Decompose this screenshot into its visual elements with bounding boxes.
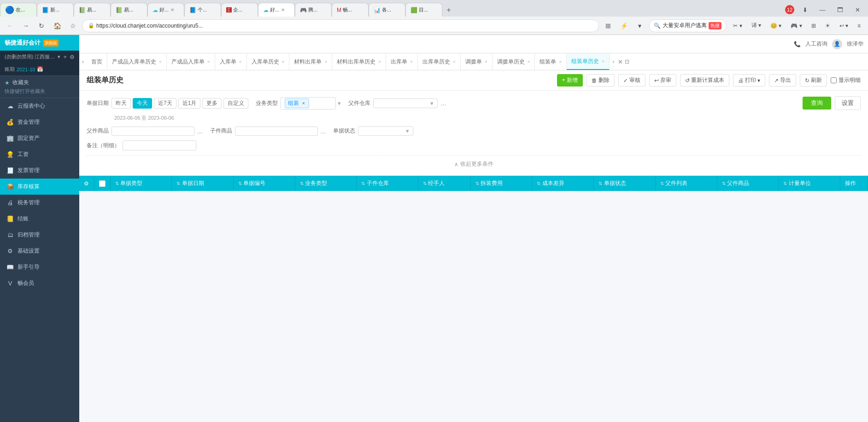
tab-transfer-history[interactable]: 调拨单历史 × (493, 53, 535, 70)
reload-button[interactable]: ↻ (35, 19, 48, 32)
tab-close-icon[interactable]: ✕ (170, 7, 174, 12)
forward-button[interactable]: → (19, 19, 32, 32)
grid-button[interactable]: ⊞ (808, 19, 820, 32)
biztype-input[interactable]: 组装 × (281, 97, 336, 110)
th-bill-type[interactable]: ⇅ 单据类型 (110, 176, 172, 191)
parent-goods-input[interactable] (111, 127, 194, 136)
parent-warehouse-input[interactable]: ▾ (373, 98, 438, 108)
browser-tab-11[interactable]: 🟩 目... (405, 3, 442, 17)
home-button[interactable]: 🏠 (51, 19, 64, 32)
sidebar-item-reports[interactable]: ☁ 云报表中心 (0, 98, 79, 114)
bill-status-select[interactable]: ▾ (358, 126, 413, 136)
browser-tab-6[interactable]: 🅲 企... (221, 3, 258, 17)
tab-inbound[interactable]: 入库单 × (215, 53, 247, 70)
undo-button[interactable]: ↩ ▾ (836, 19, 852, 32)
last7-button[interactable]: 近7天 (154, 98, 176, 109)
tabs-prev-arrow[interactable]: ‹ (79, 58, 87, 65)
refresh-button[interactable]: ↻ 刷新 (800, 74, 827, 87)
browser-tab-2[interactable]: 📗 易... (74, 3, 111, 17)
period-value[interactable]: 2021-10 (17, 67, 35, 72)
tab-close-material-out-history[interactable]: × (378, 59, 381, 64)
th-child-warehouse[interactable]: ⇅ 子件仓库 (357, 176, 418, 191)
sidebar-item-funds[interactable]: 💰 资金管理 (0, 114, 79, 130)
browser-tab-7-active[interactable]: ☁ 好... ✕ (258, 3, 295, 17)
column-settings-icon[interactable]: ⚙ (84, 180, 89, 187)
tabs-close-all[interactable]: ✕ (618, 58, 623, 65)
show-detail-checkbox-label[interactable]: 显示明细 (831, 76, 861, 84)
collapse-button[interactable]: ∧ 收起更多条件 (452, 158, 495, 170)
filter-settings-button[interactable]: 设置 (835, 96, 861, 110)
tabs-next-arrow[interactable]: › (610, 58, 617, 65)
browser-tab-10[interactable]: 📊 各... (369, 3, 405, 17)
company-dropdown-icon[interactable]: ▾ (58, 54, 60, 60)
tab-close-inbound-history[interactable]: × (282, 59, 285, 64)
sidebar-item-archive[interactable]: 🗂 归档管理 (0, 227, 79, 243)
query-button[interactable]: 查询 (803, 97, 831, 110)
tab-produce-in-history[interactable]: 产成品入库单历史 × (107, 53, 167, 70)
browser-tab-chanjet[interactable]: 🔵 在... (0, 3, 37, 17)
print-button[interactable]: 🖨 打印 ▾ (733, 74, 765, 87)
sidebar-item-invoice[interactable]: 🧾 发票管理 (0, 162, 79, 179)
custom-date-button[interactable]: 自定义 (223, 98, 248, 109)
translate-button[interactable]: 译 ▾ (748, 19, 765, 32)
table-settings-col[interactable]: ⚙ (79, 176, 94, 191)
tab-close-inbound[interactable]: × (239, 59, 242, 64)
audit-button[interactable]: ✓ 审核 (618, 74, 645, 87)
th-cost-diff[interactable]: ⇅ 成本差异 (532, 176, 594, 191)
th-disassemble-fee[interactable]: ⇅ 拆装费用 (470, 176, 532, 191)
abandon-button[interactable]: ↩ 弃审 (649, 74, 676, 87)
calendar-icon[interactable]: 📅 (37, 66, 43, 72)
th-parent-goods[interactable]: ⇅ 父件商品 (717, 176, 779, 191)
tab-close-window-icon[interactable]: ✕ (850, 3, 864, 17)
new-button[interactable]: + 新增 (557, 74, 583, 87)
th-unit[interactable]: ⇅ 计量单位 (779, 176, 840, 191)
scissors-button[interactable]: ✂ ▾ (729, 19, 745, 32)
dropdown-button[interactable]: ▾ (633, 19, 646, 32)
tab-close-material-out[interactable]: × (324, 59, 327, 64)
brightness-button[interactable]: ☀ (821, 19, 834, 32)
tab-close-outbound[interactable]: × (410, 59, 413, 64)
th-biz-type[interactable]: ⇅ 业务类型 (295, 176, 357, 191)
tab-close-produce-in[interactable]: × (207, 59, 210, 64)
tab-close-outbound-history[interactable]: × (453, 59, 456, 64)
address-input[interactable]: 🔒 https://cloud.chanjet.com/accounting/u… (82, 19, 599, 32)
biztype-tag-close[interactable]: × (301, 100, 305, 106)
add-company-icon[interactable]: + (63, 53, 67, 60)
sidebar-item-tax[interactable]: 🖨 税务管理 (0, 195, 79, 211)
browser-tab-9[interactable]: M 畅... (332, 3, 369, 17)
tab-minimize-icon[interactable]: — (815, 3, 829, 17)
service-label[interactable]: 人工咨询 (805, 40, 827, 48)
tab-close-assembly[interactable]: × (559, 59, 562, 64)
lightning-button[interactable]: ⚡ (617, 19, 630, 32)
sidebar-item-checkout[interactable]: 📒 结账 (0, 211, 79, 227)
sidebar-item-assets[interactable]: 🏢 固定资产 (0, 130, 79, 146)
child-goods-input[interactable] (235, 127, 318, 136)
tab-close-transfer[interactable]: × (485, 59, 487, 64)
remark-input[interactable] (123, 140, 196, 150)
tab-assembly[interactable]: 组装单 × (535, 53, 567, 70)
tabs-more-icon[interactable]: ⊡ (625, 58, 629, 65)
browser-tab-1[interactable]: 📘 新... (37, 3, 74, 17)
th-bill-status[interactable]: ⇅ 单据状态 (594, 176, 656, 191)
parent-goods-dots[interactable]: ... (197, 127, 203, 135)
biztype-dropdown-icon[interactable]: ▾ (338, 100, 341, 107)
tab-close-produce-in-history[interactable]: × (159, 59, 162, 64)
th-bill-no[interactable]: ⇅ 单据编号 (233, 176, 295, 191)
new-tab-button[interactable]: + (442, 4, 455, 17)
apps-button[interactable]: ⊞ (602, 19, 615, 32)
back-button[interactable]: ← (4, 19, 17, 32)
tab-material-out-history[interactable]: 材料出库单历史 × (332, 53, 386, 70)
tab-transfer[interactable]: 调拨单 × (461, 53, 493, 70)
today-button[interactable]: 今天 (133, 98, 152, 109)
tab-outbound[interactable]: 出库单 × (386, 53, 418, 70)
sidebar-item-member[interactable]: V 畅会员 (0, 275, 79, 291)
table-check-col[interactable] (94, 176, 110, 191)
sidebar-item-guide[interactable]: 📖 新手引导 (0, 259, 79, 275)
th-bill-date[interactable]: ⇅ 单据日期 (172, 176, 234, 191)
browser-tab-4[interactable]: ☁ 好... ✕ (147, 3, 184, 17)
sidebar-item-settings[interactable]: ⚙ 基础设置 (0, 243, 79, 259)
quick-open-label[interactable]: 快捷键打开收藏夹 (5, 88, 75, 95)
browser-tab-5[interactable]: 📘 个... (184, 3, 221, 17)
child-goods-dots[interactable]: ... (321, 127, 326, 135)
show-detail-checkbox[interactable] (831, 77, 837, 83)
